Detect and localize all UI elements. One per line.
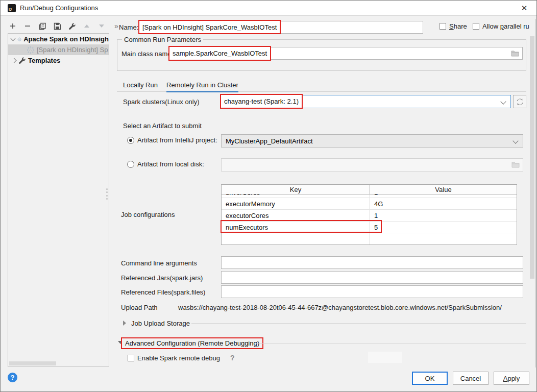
main-vertical-scrollbar[interactable] [529,19,535,368]
dialog-footer: ? OK Cancel Apply [1,368,536,391]
move-down-icon[interactable] [96,21,107,31]
configurations-toolbar: » [8,20,121,32]
artifact-local-radio-row: Artifact from local disk: [127,160,204,168]
refresh-clusters-button[interactable] [513,95,526,108]
edit-defaults-wrench-icon[interactable] [67,21,77,31]
chevron-down-icon [500,99,506,104]
tree-item-label: Templates [28,57,60,64]
panel-splitter-handle[interactable] [106,188,109,200]
browse-folder-icon[interactable] [511,50,519,57]
run-debug-configurations-dialog: IJ Run/Debug Configurations ✕ » [0,0,537,392]
apply-button[interactable]: Apply [494,372,529,385]
disabled-placeholder-box [368,352,402,363]
title-bar: IJ Run/Debug Configurations ✕ [1,1,536,16]
artifact-dropdown-value: MyClusterApp_DefaultArtifact [226,137,313,145]
artifact-intellij-radio[interactable] [127,137,134,144]
help-question-icon[interactable]: ? [230,354,235,362]
tree-item-templates[interactable]: Templates [8,55,109,66]
name-label: Name: [119,23,138,31]
table-row[interactable]: executorMemory 4G [222,198,517,210]
value-column-header[interactable]: Value [370,185,517,194]
artifact-local-disk-radio[interactable] [127,161,134,168]
spark-config-icon [27,46,35,54]
group-title: Common Run Parameters [122,36,203,43]
dialog-title: Run/Debug Configurations [20,4,98,12]
allow-parallel-run-checkbox[interactable] [473,23,479,30]
allow-parallel-run-checkbox-row: Allow parallel run [473,22,533,30]
tab-locally-run[interactable]: Locally Run [123,78,158,91]
artifact-intellij-radio-row: Artifact from IntelliJ project: [127,136,217,144]
artifact-intellij-label: Artifact from IntelliJ project: [137,136,217,144]
remove-configuration-button[interactable] [22,21,33,31]
intellij-logo-icon: IJ [8,4,16,12]
tree-item-spark-config-selected[interactable]: [Spark on HDInsight] Sp [8,44,109,55]
chevron-collapsed-icon[interactable] [12,58,17,63]
table-row-numexecutors[interactable]: numExecutors 5 [222,222,517,233]
close-icon[interactable]: ✕ [518,3,530,14]
chevron-down-icon [512,138,518,143]
section-rule [256,344,526,344]
table-row-empty[interactable] [222,233,517,244]
scrollbar-thumb[interactable] [530,36,534,279]
tab-remotely-run-in-cluster[interactable]: Remotely Run in Cluster [166,78,238,91]
ok-button[interactable]: OK [412,372,448,385]
share-checkbox[interactable] [440,23,446,30]
common-run-parameters-group: Common Run Parameters Main class name sa… [117,39,526,71]
share-label: Share [449,22,467,30]
active-tab-indicator [166,91,238,92]
spark-clusters-label: Spark clusters(Linux only) [123,98,200,106]
share-checkbox-row: Share [440,22,467,30]
key-column-header[interactable]: Key [222,185,370,194]
templates-wrench-icon [18,57,26,64]
upload-path-value: wasbs://chayang-test-2018-08-20t06-45-44… [178,304,502,311]
referenced-files-input[interactable] [221,285,523,298]
artifact-local-path-input[interactable] [221,158,523,172]
chevron-expanded-icon[interactable] [11,36,16,41]
run-mode-tabs: Locally Run Remotely Run in Cluster [117,78,526,92]
enable-remote-debug-row: Enable Spark remote debug ? [128,354,234,362]
allow-parallel-run-label: Allow parallel run [482,22,533,30]
referenced-jars-label: Referenced Jars(spark.jars) [121,274,203,282]
job-configurations-label: Job configurations [121,211,175,218]
artifact-dropdown[interactable]: MyClusterApp_DefaultArtifact [221,134,523,148]
refresh-icon [516,98,524,106]
enable-remote-debug-checkbox[interactable] [128,355,134,361]
table-row[interactable]: executorCores 1 [222,210,517,222]
advanced-config-highlight[interactable]: Advanced Configuration (Remote Debugging… [121,337,263,349]
copy-configuration-icon[interactable] [37,21,47,31]
configurations-tree: Apache Spark on HDInsigh [Spark on HDIns… [8,33,109,367]
table-row-clipped[interactable]: driverCores 1 [222,194,517,198]
browse-folder-icon[interactable] [511,161,520,168]
tree-item-label: [Spark on HDInsight] Sp [37,46,108,54]
upload-path-label: Upload Path [121,304,158,311]
job-upload-storage-label[interactable]: Job Upload Storage [131,320,190,327]
tree-horizontal-scrollbar[interactable] [9,361,56,365]
command-line-arguments-input[interactable] [221,256,523,269]
help-button[interactable]: ? [8,373,17,382]
referenced-files-label: Referenced Files(spark.files) [121,288,205,296]
referenced-jars-input[interactable] [221,271,523,284]
job-configurations-table: Key Value driverCores 1 executorMemory 4… [221,184,517,245]
command-line-arguments-label: Command line arguments [121,259,197,267]
move-up-icon[interactable] [82,21,92,31]
name-value-highlight[interactable]: [Spark on HDInsight] SparkCore_WasbIOTes… [138,20,281,34]
enable-remote-debug-label: Enable Spark remote debug [137,354,220,362]
configuration-editor: Name: [Spark on HDInsight] SparkCore_Was… [117,19,535,368]
table-header: Key Value [222,185,517,194]
section-rule [191,323,526,324]
main-class-label: Main class name [121,50,172,58]
cancel-button[interactable]: Cancel [453,372,489,385]
tree-item-apache-spark-on-hdinsight[interactable]: Apache Spark on HDInsigh [8,34,109,44]
spark-cluster-value-highlight[interactable]: chayang-test (Spark: 2.1) [220,94,303,109]
artifact-local-disk-label: Artifact from local disk: [137,160,204,168]
save-configuration-icon[interactable] [52,21,62,31]
add-configuration-button[interactable] [8,21,18,31]
spark-cluster-icon [17,35,21,43]
job-upload-storage-expander-icon[interactable] [123,321,126,326]
main-class-value-highlight[interactable]: sample.SparkCore_WasbIOTest [168,46,271,61]
artifact-section-label: Select an Artifact to submit [123,122,202,130]
tree-item-label: Apache Spark on HDInsigh [23,35,109,43]
